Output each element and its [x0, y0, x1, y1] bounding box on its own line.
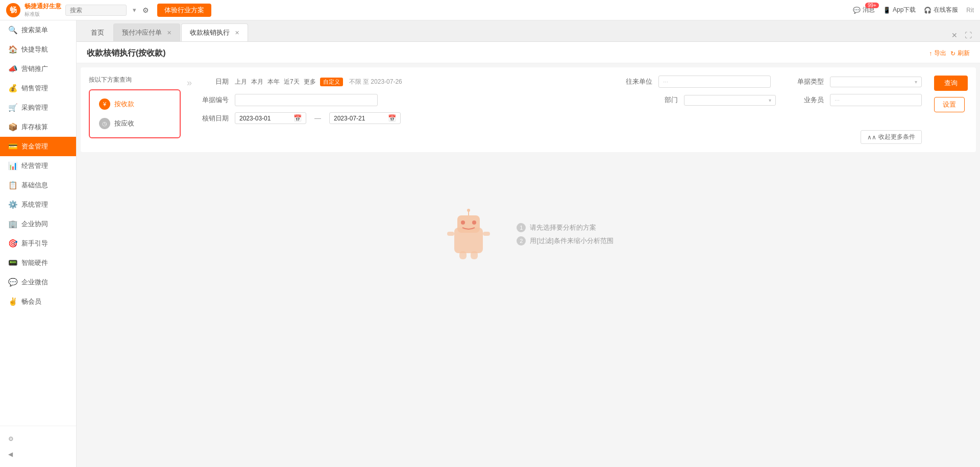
doc-type-label: 单据类型: [793, 77, 824, 86]
verify-start-input[interactable]: 2023-03-01 📅: [235, 112, 306, 124]
svg-rect-1: [457, 215, 480, 233]
svg-point-3: [472, 220, 476, 225]
member-icon: ✌️: [8, 297, 17, 306]
verify-end-input[interactable]: 2023-07-21 📅: [329, 112, 401, 124]
filter-row-3: 核销日期 2023-03-01 📅 — 2023-07-21 📅: [198, 112, 922, 124]
staff-label: 业务员: [798, 95, 824, 105]
sidebar-label-finance: 资金管理: [21, 142, 48, 151]
tab-prepay-label: 预付冲应付单: [122, 28, 162, 37]
settings-icon[interactable]: ⚙: [142, 6, 149, 14]
app-download-btn[interactable]: 📱 App下载: [883, 6, 916, 14]
sidebar-item-basic-info[interactable]: 📋 基础信息: [0, 176, 76, 195]
sidebar-item-hardware[interactable]: 📟 智能硬件: [0, 253, 76, 273]
date-link-this-month[interactable]: 本月: [251, 78, 263, 86]
calendar-end-icon[interactable]: 📅: [388, 114, 396, 122]
topbar-left: 畅 畅捷通好生意 标准版 ▾ ⚙ 体验行业方案: [6, 2, 211, 18]
tab-prepay-close[interactable]: ✕: [167, 30, 172, 36]
staff-input[interactable]: ···: [830, 94, 922, 106]
tab-home-label: 首页: [91, 28, 104, 37]
dropdown-icon[interactable]: ▾: [133, 6, 136, 14]
sidebar-item-sales[interactable]: 💰 销售管理: [0, 79, 76, 98]
building-icon: 🏢: [8, 219, 17, 229]
date-link-more[interactable]: 更多: [304, 78, 316, 86]
sidebar-item-search-menu[interactable]: 🔍 搜索菜单: [0, 20, 76, 40]
sidebar-item-marketing[interactable]: 📣 营销推广: [0, 59, 76, 79]
refresh-btn[interactable]: ↻ 刷新: [950, 49, 970, 58]
sidebar-item-guide[interactable]: 🎯 新手引导: [0, 234, 76, 253]
collapse-filter-icon[interactable]: »: [187, 78, 192, 144]
filter-option-receivable[interactable]: ◷ 按应收: [94, 114, 176, 133]
filter-option-receivable-label: 按应收: [114, 119, 134, 128]
svg-rect-9: [471, 251, 478, 259]
page-title: 收款核销执行(按收款): [87, 48, 166, 59]
doc-type-select[interactable]: ▾: [830, 77, 922, 87]
sidebar-label-enterprise: 企业协同: [21, 219, 48, 229]
sidebar-label-sales: 销售管理: [21, 84, 48, 93]
svg-rect-6: [447, 232, 454, 236]
empty-illustration: [443, 207, 494, 265]
setting-btn[interactable]: 设置: [934, 97, 965, 112]
svg-point-2: [461, 220, 465, 225]
counterpart-input[interactable]: ···: [658, 76, 771, 88]
date-dash: —: [314, 114, 321, 122]
sidebar-item-inventory[interactable]: 📦 库存核算: [0, 117, 76, 137]
topbar: 畅 畅捷通好生意 标准版 ▾ ⚙ 体验行业方案 💬 消息 99+ 📱 App下载…: [0, 0, 980, 20]
sidebar-label-basic-info: 基础信息: [21, 181, 48, 190]
date-link-this-year[interactable]: 本年: [267, 78, 280, 86]
tab-collection-close[interactable]: ✕: [235, 30, 239, 36]
online-service-btn[interactable]: 🎧 在线客服: [924, 6, 958, 14]
filter-option-receipt[interactable]: ¥ 按收款: [94, 94, 176, 114]
sidebar-item-system[interactable]: ⚙️ 系统管理: [0, 195, 76, 214]
sidebar-collapse-btn[interactable]: ◀: [0, 447, 76, 462]
svg-rect-8: [459, 251, 467, 259]
sidebar-item-quick-nav[interactable]: 🏠 快捷导航: [0, 40, 76, 59]
receipt-icon: ¥: [99, 99, 110, 110]
tab-home[interactable]: 首页: [83, 24, 112, 41]
sidebar-item-enterprise[interactable]: 🏢 企业协同: [0, 214, 76, 234]
message-btn[interactable]: 💬 消息 99+: [853, 6, 875, 14]
filter-option-receipt-label: 按收款: [114, 100, 134, 109]
verify-date-label: 核销日期: [198, 114, 229, 123]
cart-icon: 🛒: [8, 103, 17, 112]
filter-row-1: 日期 上月 本月 本年 近7天 更多 自定义: [198, 76, 922, 88]
sidebar-item-purchase[interactable]: 🛒 采购管理: [0, 98, 76, 117]
export-btn[interactable]: ↑ 导出: [929, 49, 946, 58]
sidebar-item-member[interactable]: ✌️ 畅会员: [0, 292, 76, 311]
sidebar-label-search-menu: 搜索菜单: [21, 26, 48, 35]
user-avatar[interactable]: Rit: [966, 7, 974, 14]
doc-num-input[interactable]: [235, 94, 378, 106]
chart-icon: 📊: [8, 161, 17, 170]
dept-select[interactable]: ▾: [684, 95, 776, 106]
sidebar-settings-btn[interactable]: ⚙: [0, 431, 76, 447]
sidebar-item-business[interactable]: 📊 经营管理: [0, 156, 76, 176]
sidebar-item-finance[interactable]: 💳 资金管理: [0, 137, 76, 156]
filter-section-title: 按以下方案查询: [89, 76, 181, 84]
date-link-last-month[interactable]: 上月: [235, 78, 247, 86]
empty-hint-1: 1 请先选择要分析的方案: [517, 223, 613, 232]
sidebar: 🔍 搜索菜单 🏠 快捷导航 📣 营销推广 💰 销售管理 🛒 采购管理 📦 库存核…: [0, 20, 77, 467]
tab-prepay[interactable]: 预付冲应付单 ✕: [113, 23, 180, 41]
device-icon: 📟: [8, 258, 17, 267]
filter-actions-row: ∧∧ 收起更多条件: [198, 130, 922, 144]
wechat-icon: 💬: [8, 278, 17, 287]
refresh-icon: ↻: [950, 50, 955, 57]
industry-btn[interactable]: 体验行业方案: [157, 4, 211, 17]
sidebar-label-quick-nav: 快捷导航: [21, 45, 48, 54]
home-icon: 🏠: [8, 45, 17, 54]
search-input[interactable]: [65, 5, 127, 16]
tab-close-btn[interactable]: ✕: [949, 30, 960, 40]
tab-expand-btn[interactable]: ⛶: [963, 30, 974, 40]
empty-content-row: 1 请先选择要分析的方案 2 用[过滤]条件来缩小分析范围: [443, 207, 613, 265]
date-link-7days[interactable]: 近7天: [284, 78, 300, 86]
collapse-filter-btn[interactable]: ∧∧ 收起更多条件: [861, 130, 922, 144]
tabbar-actions: ✕ ⛶: [949, 30, 974, 41]
hint-num-2: 2: [517, 236, 526, 245]
calendar-start-icon[interactable]: 📅: [293, 114, 302, 122]
sidebar-item-wechat[interactable]: 💬 企业微信: [0, 273, 76, 292]
query-btn[interactable]: 查询: [934, 76, 968, 91]
filter-query-col: 查询 设置: [934, 76, 968, 144]
date-custom-badge[interactable]: 自定义: [320, 78, 343, 86]
sidebar-label-business: 经营管理: [21, 161, 48, 170]
tab-collection[interactable]: 收款核销执行 ✕: [181, 23, 248, 41]
sidebar-bottom: ⚙ ◀: [0, 426, 76, 467]
